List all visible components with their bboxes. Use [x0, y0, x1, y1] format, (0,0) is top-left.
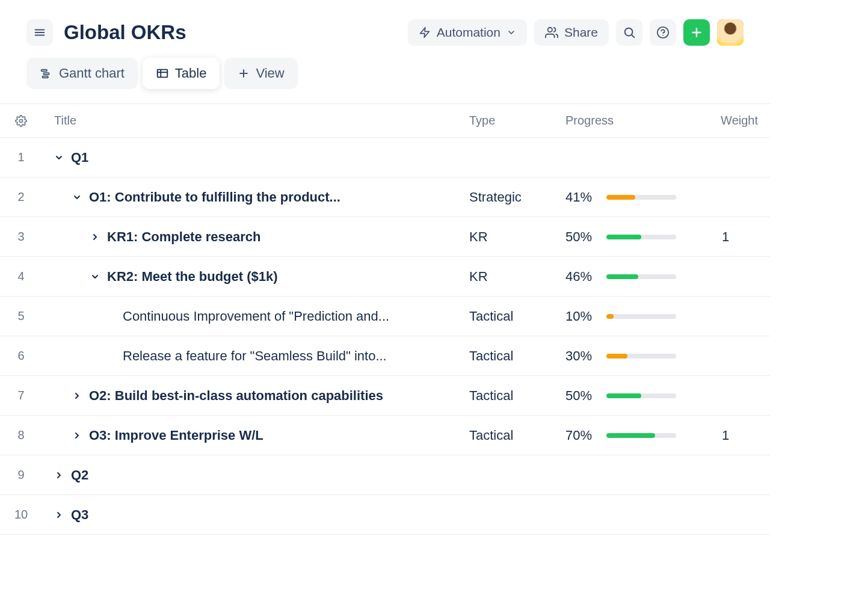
row-title-text: Release a feature for "Seamless Build" i…: [123, 348, 387, 364]
tab-gantt[interactable]: Gantt chart: [26, 58, 138, 89]
column-settings[interactable]: [0, 115, 42, 127]
svg-rect-11: [42, 70, 47, 72]
expand-toggle: [108, 309, 118, 324]
row-title-cell[interactable]: Q2: [42, 467, 469, 483]
row-progress: 46%: [565, 269, 704, 285]
row-progress: 70%: [565, 428, 704, 443]
table-row[interactable]: 2 O1: Contribute to fulfilling the produ…: [0, 177, 770, 217]
column-type[interactable]: Type: [469, 114, 565, 128]
row-number: 2: [0, 190, 42, 204]
row-title-cell[interactable]: KR1: Complete research: [42, 229, 469, 245]
table-row[interactable]: 5 Continuous Improvement of "Prediction …: [0, 297, 770, 336]
expand-toggle[interactable]: [54, 510, 66, 520]
table-row[interactable]: 8 O3: Improve Enterprise W/L Tactical 70…: [0, 416, 770, 455]
row-progress: 41%: [565, 189, 704, 205]
progress-pct: 46%: [565, 269, 597, 285]
table-row[interactable]: 10 Q3: [0, 495, 770, 535]
row-title-cell[interactable]: Continuous Improvement of "Prediction an…: [42, 309, 469, 324]
progress-pct: 41%: [565, 189, 597, 205]
row-title-cell[interactable]: Q3: [42, 507, 469, 523]
progress-bar: [606, 354, 676, 359]
progress-bar: [606, 274, 676, 279]
svg-point-19: [20, 119, 23, 122]
search-button[interactable]: [616, 19, 642, 46]
row-number: 9: [0, 468, 42, 482]
tab-view-label: View: [256, 66, 284, 81]
column-title[interactable]: Title: [42, 114, 469, 128]
svg-line-6: [632, 35, 634, 37]
row-number: 3: [0, 230, 42, 244]
row-title-cell[interactable]: O2: Build best-in-class automation capab…: [42, 388, 469, 404]
row-title-cell[interactable]: KR2: Meet the budget ($1k): [42, 269, 469, 285]
row-title-text: KR2: Meet the budget ($1k): [107, 269, 278, 285]
row-title-text: Continuous Improvement of "Prediction an…: [123, 309, 389, 324]
chevron-down-icon: [507, 28, 516, 37]
expand-toggle[interactable]: [72, 192, 84, 202]
row-title-cell[interactable]: O3: Improve Enterprise W/L: [42, 428, 469, 443]
row-type: Tactical: [469, 348, 565, 364]
row-title-cell[interactable]: Q1: [42, 150, 469, 165]
svg-rect-14: [158, 70, 168, 78]
row-number: 4: [0, 270, 42, 283]
share-label: Share: [564, 25, 598, 40]
row-progress: 30%: [565, 348, 704, 364]
expand-toggle[interactable]: [90, 232, 102, 242]
progress-pct: 10%: [565, 309, 597, 324]
progress-bar: [606, 393, 676, 398]
tab-add-view[interactable]: View: [224, 58, 297, 89]
column-weight[interactable]: Weight: [704, 114, 770, 128]
avatar[interactable]: [717, 19, 744, 46]
row-number: 1: [0, 150, 42, 164]
row-number: 8: [0, 428, 42, 442]
expand-toggle[interactable]: [54, 470, 66, 480]
table-row[interactable]: 9 Q2: [0, 455, 770, 495]
gantt-icon: [40, 67, 53, 80]
expand-toggle[interactable]: [90, 272, 102, 282]
expand-toggle[interactable]: [54, 153, 66, 162]
expand-toggle[interactable]: [72, 391, 84, 401]
progress-bar: [606, 195, 676, 200]
table-row[interactable]: 7 O2: Build best-in-class automation cap…: [0, 376, 770, 416]
automation-button[interactable]: Automation: [408, 19, 527, 46]
row-title-text: O2: Build best-in-class automation capab…: [89, 388, 383, 404]
row-title-text: Q1: [71, 150, 88, 165]
row-progress: 10%: [565, 309, 704, 324]
progress-bar: [606, 314, 676, 319]
svg-rect-12: [43, 73, 49, 75]
share-button[interactable]: Share: [534, 19, 609, 46]
plus-icon: [238, 67, 250, 79]
table-row[interactable]: 4 KR2: Meet the budget ($1k) KR 46%: [0, 257, 770, 297]
search-icon: [623, 26, 636, 39]
table-row[interactable]: 6 Release a feature for "Seamless Build"…: [0, 336, 770, 376]
row-type: KR: [469, 229, 565, 245]
tab-table[interactable]: Table: [143, 58, 220, 89]
row-progress: 50%: [565, 388, 704, 404]
row-title-cell[interactable]: O1: Contribute to fulfilling the product…: [42, 189, 469, 205]
menu-button[interactable]: [26, 19, 53, 46]
table-row[interactable]: 1 Q1: [0, 138, 770, 177]
expand-toggle[interactable]: [72, 431, 84, 440]
table-row[interactable]: 3 KR1: Complete research KR 50% 1: [0, 217, 770, 257]
tab-table-label: Table: [175, 66, 207, 81]
column-progress[interactable]: Progress: [565, 114, 704, 128]
plus-icon: [690, 26, 703, 39]
svg-marker-3: [420, 28, 429, 38]
row-type: Tactical: [469, 309, 565, 324]
row-weight: 1: [704, 428, 770, 443]
menu-icon: [33, 26, 46, 39]
automation-label: Automation: [437, 25, 500, 40]
progress-pct: 50%: [565, 388, 597, 404]
help-button[interactable]: [650, 19, 676, 46]
table-icon: [156, 67, 169, 80]
row-title-cell[interactable]: Release a feature for "Seamless Build" i…: [42, 348, 469, 364]
progress-pct: 70%: [565, 428, 597, 443]
row-type: Tactical: [469, 388, 565, 404]
svg-rect-13: [43, 76, 48, 78]
gear-icon: [15, 115, 27, 127]
row-type: Tactical: [469, 428, 565, 443]
table-body: 1 Q1 2 O1: Contribute to fulfilling the …: [0, 138, 770, 535]
row-progress: 50%: [565, 229, 704, 245]
add-button[interactable]: [683, 19, 710, 46]
lightning-icon: [419, 26, 431, 38]
progress-bar: [606, 235, 676, 239]
